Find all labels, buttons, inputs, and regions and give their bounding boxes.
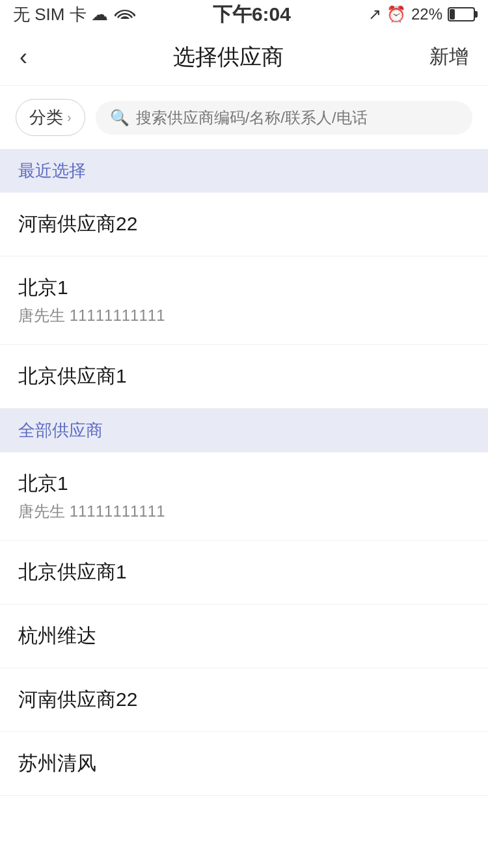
recent-section-header: 最近选择 — [0, 149, 488, 193]
status-bar: 无 SIM 卡 ☁ 下午6:04 ↗ ⏰ 22% — [0, 0, 488, 29]
search-box: 🔍 — [96, 101, 472, 135]
wifi-icon — [115, 5, 135, 25]
page-title: 选择供应商 — [173, 42, 284, 72]
search-input[interactable] — [136, 109, 458, 127]
category-filter-button[interactable]: 分类 › — [16, 99, 85, 136]
all-section-header: 全部供应商 — [0, 409, 488, 452]
back-button[interactable]: ‹ — [20, 44, 27, 71]
alarm-icon: ⏰ — [386, 5, 406, 23]
battery-icon — [448, 7, 475, 21]
recent-item-2[interactable]: 北京供应商1 — [0, 345, 488, 409]
recent-list: 河南供应商22 北京1 唐先生 11111111111 北京供应商1 — [0, 193, 488, 409]
nav-bar: ‹ 选择供应商 新增 — [0, 29, 488, 86]
search-area: 分类 › 🔍 — [0, 86, 488, 149]
item-name: 北京供应商1 — [18, 363, 470, 390]
all-list: 北京1 唐先生 11111111111 北京供应商1 杭州维达 河南供应商22 … — [0, 452, 488, 796]
status-left: 无 SIM 卡 ☁ — [13, 3, 135, 26]
category-label: 分类 — [29, 106, 63, 129]
item-name: 河南供应商22 — [18, 211, 470, 237]
search-icon: 🔍 — [110, 109, 129, 127]
sim-status: 无 SIM 卡 ☁ — [13, 3, 108, 26]
item-sub: 唐先生 11111111111 — [18, 501, 470, 522]
item-name: 北京1 — [18, 275, 470, 301]
item-sub: 唐先生 11111111111 — [18, 305, 470, 326]
item-name: 苏州清风 — [18, 750, 470, 777]
item-name: 河南供应商22 — [18, 686, 470, 713]
item-name: 北京供应商1 — [18, 559, 470, 586]
chevron-right-icon: › — [67, 110, 72, 125]
status-time: 下午6:04 — [213, 1, 291, 28]
status-right: ↗ ⏰ 22% — [368, 5, 475, 23]
all-item-0[interactable]: 北京1 唐先生 11111111111 — [0, 452, 488, 541]
item-name: 杭州维达 — [18, 623, 470, 649]
item-name: 北京1 — [18, 470, 470, 497]
all-item-3[interactable]: 河南供应商22 — [0, 668, 488, 732]
all-item-1[interactable]: 北京供应商1 — [0, 541, 488, 604]
all-item-2[interactable]: 杭州维达 — [0, 604, 488, 668]
battery-percent: 22% — [411, 5, 442, 23]
location-icon: ↗ — [368, 5, 381, 23]
add-button[interactable]: 新增 — [429, 44, 468, 70]
all-item-4[interactable]: 苏州清风 — [0, 732, 488, 796]
recent-item-0[interactable]: 河南供应商22 — [0, 193, 488, 256]
recent-item-1[interactable]: 北京1 唐先生 11111111111 — [0, 256, 488, 345]
